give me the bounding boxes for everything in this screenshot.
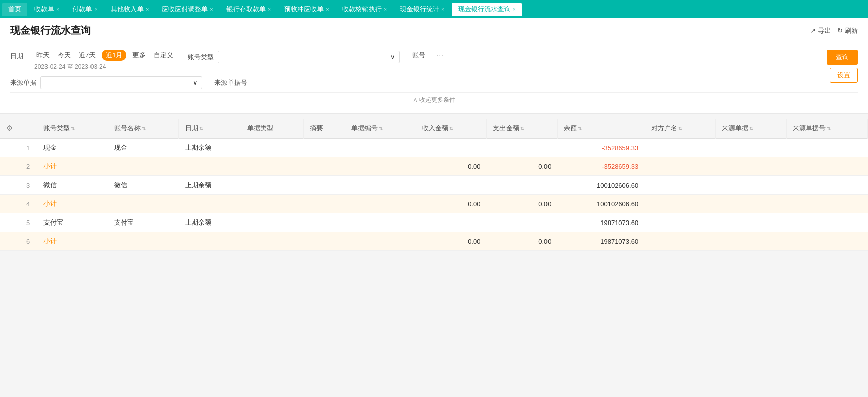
close-icon[interactable]: × <box>441 6 444 12</box>
col-label-account_type: 账号类型 <box>43 124 70 132</box>
cell-doc_no <box>345 195 416 213</box>
source-doc-label: 来源单据 <box>10 78 36 87</box>
cell-doc_type <box>241 176 303 195</box>
date-btn-近7天[interactable]: 近7天 <box>77 50 98 61</box>
close-icon[interactable]: × <box>513 6 516 12</box>
nav-label: 现金银行统计 <box>400 5 439 14</box>
cell-income: 0.00 <box>416 195 486 213</box>
cell-gear <box>0 157 19 176</box>
cell-expense <box>486 213 557 232</box>
cell-source_doc <box>715 213 786 232</box>
nav-item-ar-adjust[interactable]: 应收应付调整单× <box>156 3 219 16</box>
source-doc-no-input[interactable] <box>251 77 413 89</box>
cell-account_name: 现金 <box>108 139 179 157</box>
cell-expense <box>486 176 557 195</box>
header-actions: ↗ 导出 ↻ 刷新 <box>810 26 858 35</box>
table-row: 4小计0.000.00100102606.60 <box>0 195 868 213</box>
close-icon[interactable]: × <box>384 6 387 12</box>
cell-date <box>179 157 241 176</box>
col-label-counterpart: 对方户名 <box>651 124 677 132</box>
chevron-down-icon: ∨ <box>390 53 395 61</box>
col-header-account_name[interactable]: 账号名称⇅ <box>108 119 179 139</box>
export-icon: ↗ <box>810 27 816 34</box>
nav-item-advance-offset[interactable]: 预收冲应收单× <box>278 3 335 16</box>
nav-item-cash-stat[interactable]: 现金银行统计× <box>394 3 450 16</box>
account-ellipsis-btn[interactable]: ··· <box>436 51 444 59</box>
col-header-source_doc_no[interactable]: 来源单据号⇅ <box>786 119 867 139</box>
close-icon[interactable]: × <box>56 6 59 12</box>
col-label-income: 收入金额 <box>422 124 448 132</box>
cell-account_name: 微信 <box>108 176 179 195</box>
cell-row_num: 5 <box>19 213 37 232</box>
date-btn-今天[interactable]: 今天 <box>56 50 73 61</box>
date-btn-昨天[interactable]: 昨天 <box>34 50 52 61</box>
col-header-account_type[interactable]: 账号类型⇅ <box>37 119 108 139</box>
sort-icon-counterpart: ⇅ <box>678 126 682 131</box>
col-header-doc_no[interactable]: 单据编号⇅ <box>345 119 416 139</box>
close-icon[interactable]: × <box>268 6 271 12</box>
cell-account_type: 微信 <box>37 176 108 195</box>
cell-gear <box>0 195 19 213</box>
nav-item-receipt[interactable]: 收款单× <box>28 3 65 16</box>
date-btn-近1月[interactable]: 近1月 <box>102 50 126 61</box>
col-header-source_doc[interactable]: 来源单据⇅ <box>715 119 786 139</box>
close-icon[interactable]: × <box>210 6 213 12</box>
cell-row_num: 6 <box>19 232 37 251</box>
cell-summary <box>303 213 345 232</box>
date-btn-更多[interactable]: 更多 <box>130 50 148 61</box>
cell-account_name: 支付宝 <box>108 213 179 232</box>
nav-item-verify-exec[interactable]: 收款核销执行× <box>336 3 393 16</box>
close-icon[interactable]: × <box>94 6 97 12</box>
refresh-button[interactable]: ↻ 刷新 <box>837 26 858 35</box>
nav-item-other-income[interactable]: 其他收入单× <box>105 3 155 16</box>
col-label-doc_type: 单据类型 <box>247 124 273 132</box>
sort-icon-doc_no: ⇅ <box>379 126 383 131</box>
col-header-expense[interactable]: 支出金额⇅ <box>486 119 557 139</box>
nav-label: 付款单 <box>72 5 92 14</box>
close-icon[interactable]: × <box>146 6 149 12</box>
cell-counterpart <box>645 157 715 176</box>
query-button[interactable]: 查询 <box>827 50 858 65</box>
col-label-summary: 摘要 <box>310 124 323 132</box>
cell-doc_type <box>241 139 303 157</box>
cell-summary <box>303 139 345 157</box>
date-btn-自定义[interactable]: 自定义 <box>152 50 175 61</box>
source-doc-no-label: 来源单据号 <box>214 78 247 87</box>
nav-item-home[interactable]: 首页 <box>2 3 27 16</box>
close-icon[interactable]: × <box>326 6 329 12</box>
collapse-bar[interactable]: ∧ 收起更多条件 <box>10 92 858 107</box>
cell-income <box>416 213 486 232</box>
settings-button[interactable]: 设置 <box>830 68 858 83</box>
cell-counterpart <box>645 176 715 195</box>
nav-item-cash-flow[interactable]: 现金银行流水查询× <box>452 3 522 16</box>
col-label-doc_no: 单据编号 <box>351 124 378 132</box>
export-button[interactable]: ↗ 导出 <box>810 26 831 35</box>
col-header-date[interactable]: 日期⇅ <box>179 119 241 139</box>
cell-income: 0.00 <box>416 232 486 251</box>
refresh-icon: ↻ <box>837 27 843 34</box>
cell-counterpart <box>645 139 715 157</box>
source-doc-select[interactable]: ∨ <box>40 76 202 89</box>
col-header-income[interactable]: 收入金额⇅ <box>416 119 486 139</box>
nav-item-payment[interactable]: 付款单× <box>66 3 103 16</box>
cell-income <box>416 176 486 195</box>
cell-date <box>179 232 241 251</box>
top-navigation: 首页收款单×付款单×其他收入单×应收应付调整单×银行存取款单×预收冲应收单×收款… <box>0 0 868 18</box>
nav-item-bank-deposit[interactable]: 银行存取款单× <box>220 3 277 16</box>
cell-income <box>416 139 486 157</box>
cell-balance: 19871073.60 <box>558 213 645 232</box>
gear-settings-icon[interactable]: ⚙ <box>6 124 13 133</box>
col-header-balance[interactable]: 余额⇅ <box>558 119 645 139</box>
cell-account_type: 小计 <box>37 232 108 251</box>
table-row: 2小计0.000.00-3528659.33 <box>0 157 868 176</box>
cell-source_doc <box>715 232 786 251</box>
cell-account_name <box>108 157 179 176</box>
col-header-counterpart[interactable]: 对方户名⇅ <box>645 119 715 139</box>
cell-date: 上期余额 <box>179 176 241 195</box>
sort-icon-source_doc_no: ⇅ <box>827 126 831 131</box>
account-type-select[interactable]: ∨ <box>218 51 400 63</box>
cell-account_type: 小计 <box>37 195 108 213</box>
col-label-date: 日期 <box>185 124 198 132</box>
cell-source_doc_no <box>786 139 867 157</box>
filter-area: 日期 昨天今天近7天近1月更多自定义 2023-02-24 至 2023-03-… <box>0 43 868 114</box>
